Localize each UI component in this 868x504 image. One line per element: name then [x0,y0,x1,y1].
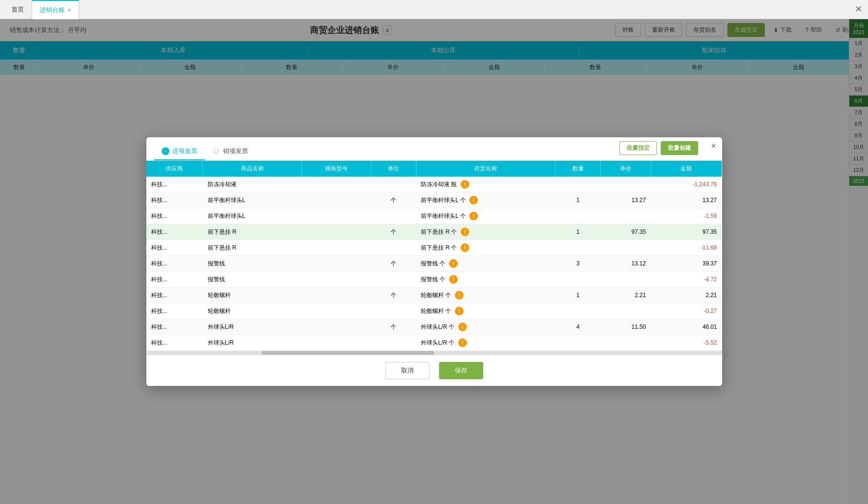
modal-close-icon[interactable]: × [711,141,716,151]
cell-quantity [556,303,601,319]
cell-quantity [556,208,601,224]
cell-unit: 个 [371,288,416,303]
horizontal-scrollbar[interactable] [146,351,722,355]
warn-icon[interactable]: ! [455,307,464,315]
invoice-out-label: 销项发票 [223,147,248,156]
cell-product-name: 前下悬挂 R [203,240,302,256]
warn-icon[interactable]: ! [449,275,458,284]
cell-inventory-name: 报警线 个 ! [416,272,555,288]
table-row: 科技...前平衡杆球头L前平衡杆球头L 个 !-1.59 [146,208,722,224]
cell-amount: 2.21 [651,288,722,303]
cell-product-name: 报警线 [203,272,302,288]
cell-supplier: 科技... [146,177,203,192]
cell-unit-price: 13.27 [601,192,651,208]
cell-product-name: 前平衡杆球头L [203,208,302,224]
cell-supplier: 科技... [146,256,203,272]
cell-unit [371,272,416,288]
cell-inventory-name: 前平衡杆球头L 个 ! [416,192,555,208]
scroll-thumb [262,351,434,355]
cell-product-name: 前下悬挂 R [203,224,302,240]
cell-supplier: 科技... [146,288,203,303]
warn-icon[interactable]: ! [469,212,478,220]
cell-unit: 个 [371,319,416,335]
warn-icon[interactable]: ! [461,243,469,252]
cell-unit: 个 [371,256,416,272]
cell-spec [302,177,371,192]
cell-product-name: 前平衡杆球头L [203,192,302,208]
window-close-icon[interactable]: ✕ [855,4,862,14]
cell-product-name: 防冻冷却液 [203,177,302,192]
cell-spec [302,335,371,351]
cell-unit-price [601,335,651,351]
cell-amount: -1.59 [651,208,722,224]
cell-unit [371,303,416,319]
tab-home-label: 首页 [12,5,24,14]
main-content: 销售成本计算方法： 月平均 商贸企业进销台账 ≡ 对账 重新开账 存货别名 生成… [0,19,868,504]
cell-inventory-name: 轮毂螺杆 个 ! [416,303,555,319]
cell-unit-price [601,240,651,256]
batch-assign-button[interactable]: 批量指定 [619,141,657,155]
invoice-in-label: 进项发票 [172,147,197,156]
cell-supplier: 科技... [146,335,203,351]
warn-icon[interactable]: ! [469,196,478,204]
invoice-in-icon: ↑ [162,147,169,155]
warn-icon[interactable]: ! [461,180,469,189]
cell-unit [371,177,416,192]
warn-icon[interactable]: ! [458,323,467,331]
cell-amount: -11.68 [651,240,722,256]
cancel-button[interactable]: 取消 [385,362,429,379]
warn-icon[interactable]: ! [461,228,469,236]
warn-icon[interactable]: ! [455,291,464,300]
cell-unit-price: 11.50 [601,319,651,335]
cell-unit-price [601,303,651,319]
cell-amount: 39.37 [651,256,722,272]
table-row: 科技...外球头L/R个外球头L/R 个 !411.5046.01 [146,319,722,335]
invoice-table: 供应商 商品名称 规格型号 单位 存货名称 数量 单价 金额 科技...防冻冷却… [146,161,722,351]
table-row: 科技...前下悬挂 R个前下悬挂 R 个 !197.3597.35 [146,224,722,240]
cell-amount: 13.27 [651,192,722,208]
cell-supplier: 科技... [146,303,203,319]
cell-quantity [556,177,601,192]
save-button[interactable]: 保存 [439,362,483,379]
tab-invoice-out[interactable]: □ 销项发票 [205,143,256,160]
cell-supplier: 科技... [146,192,203,208]
tab-ledger-close[interactable]: × [68,7,71,13]
cell-unit: 个 [371,192,416,208]
cell-spec [302,319,371,335]
warn-icon[interactable]: ! [458,338,467,347]
cell-unit-price [601,177,651,192]
tab-invoice-in[interactable]: ↑ 进项发票 [154,143,205,160]
cell-spec [302,303,371,319]
cell-quantity [556,272,601,288]
cell-unit [371,208,416,224]
cell-quantity: 1 [556,288,601,303]
cell-inventory-name: 防冻冷却液 瓶 ! [416,177,555,192]
cell-unit [371,335,416,351]
cell-amount: -1,243.76 [651,177,722,192]
cell-inventory-name: 外球头L/R 个 ! [416,319,555,335]
cell-spec [302,192,371,208]
tab-bar: 首页 进销台账 × ✕ [0,0,868,19]
cell-unit-price: 2.21 [601,288,651,303]
cell-product-name: 报警线 [203,256,302,272]
cell-unit-price [601,272,651,288]
warn-icon[interactable]: ! [449,259,458,268]
cell-amount: -0.27 [651,303,722,319]
cell-quantity: 3 [556,256,601,272]
cell-spec [302,288,371,303]
table-row: 科技...防冻冷却液防冻冷却液 瓶 !-1,243.76 [146,177,722,192]
modal-header: ↑ 进项发票 □ 销项发票 批量指定 批量创建 × [146,137,722,161]
cell-quantity: 1 [556,224,601,240]
cell-spec [302,272,371,288]
cell-supplier: 科技... [146,319,203,335]
batch-create-button[interactable]: 批量创建 [661,141,698,155]
cell-supplier: 科技... [146,224,203,240]
table-row: 科技...前平衡杆球头L个前平衡杆球头L 个 !113.2713.27 [146,192,722,208]
invoice-out-icon: □ [213,147,220,155]
tab-ledger[interactable]: 进销台账 × [32,0,79,19]
tab-home[interactable]: 首页 [4,0,32,19]
cell-supplier: 科技... [146,208,203,224]
cell-unit-price: 13.12 [601,256,651,272]
cell-product-name: 轮毂螺杆 [203,303,302,319]
col-product: 商品名称 [203,161,302,177]
